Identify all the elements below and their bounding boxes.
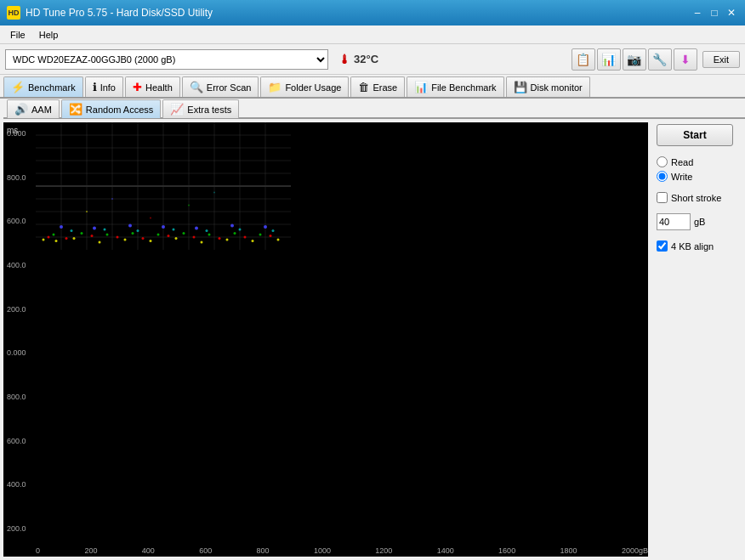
svg-point-19: [55, 240, 58, 242]
svg-point-33: [142, 237, 145, 240]
app-icon: HD: [7, 6, 20, 20]
toolbar-btn-2[interactable]: 📊: [597, 48, 621, 71]
erase-icon: 🗑: [358, 81, 369, 93]
svg-point-40: [81, 232, 83, 235]
svg-point-57: [137, 229, 139, 232]
menu-bar: File Help: [0, 25, 745, 44]
svg-point-26: [226, 239, 229, 241]
disk-monitor-icon: 💾: [514, 81, 527, 93]
nav-tabs: ⚡ Benchmark ℹ Info ✚ Health 🔍 Error Scan…: [0, 75, 745, 99]
chart-grid: [36, 122, 291, 250]
tab-file-benchmark[interactable]: 📊 File Benchmark: [407, 76, 503, 97]
y-axis-labels: 0.000 800.0 600.0 400.0 200.0 0.000 800.…: [7, 122, 26, 540]
svg-point-48: [60, 225, 63, 229]
tab-benchmark[interactable]: ⚡ Benchmark: [3, 76, 83, 97]
svg-point-58: [173, 229, 175, 231]
svg-point-66: [213, 192, 215, 194]
align-checkbox[interactable]: [657, 240, 668, 252]
maximize-button[interactable]: □: [708, 6, 721, 20]
file-benchmark-icon: 📊: [414, 81, 428, 93]
svg-point-35: [193, 236, 196, 239]
svg-point-22: [124, 239, 127, 241]
tab-aam[interactable]: 🔊 AAM: [7, 99, 60, 118]
help-menu[interactable]: Help: [32, 28, 65, 42]
svg-point-60: [239, 229, 242, 231]
toolbar-btn-4[interactable]: 🔧: [648, 48, 672, 71]
toolbar-btn-3[interactable]: 📷: [623, 48, 646, 71]
svg-point-28: [277, 239, 280, 241]
svg-point-54: [264, 225, 267, 229]
read-radio[interactable]: [657, 156, 668, 167]
tab-folder-usage[interactable]: 📁 Folder Usage: [260, 76, 349, 97]
svg-point-21: [99, 241, 101, 244]
svg-point-59: [206, 229, 208, 232]
tab-error-scan[interactable]: 🔍 Error Scan: [182, 76, 259, 97]
svg-point-44: [183, 232, 185, 235]
svg-point-27: [252, 240, 254, 242]
exit-button[interactable]: Exit: [702, 51, 740, 68]
toolbar: WDC WD20EZAZ-00GGJB0 (2000 gB) 🌡 32°C 📋 …: [0, 44, 745, 75]
svg-point-23: [150, 240, 152, 242]
folder-icon: 📁: [268, 81, 282, 93]
toolbar-btn-1[interactable]: 📋: [572, 48, 595, 71]
minimize-button[interactable]: –: [691, 6, 704, 20]
short-stroke-value-input[interactable]: [657, 213, 691, 230]
read-label: Read: [671, 157, 693, 167]
svg-point-65: [111, 198, 113, 200]
svg-point-47: [259, 234, 262, 236]
short-stroke-label[interactable]: Short stroke: [657, 192, 740, 203]
write-radio-label[interactable]: Write: [657, 171, 740, 182]
right-panel: Start Read Write Short stroke gB 4 KB al…: [651, 119, 745, 560]
tab-erase[interactable]: 🗑 Erase: [350, 76, 405, 97]
chart-area: ms 0.000 800.0 600.0 400.0 200.0 0.000 8…: [3, 122, 648, 557]
tab-health[interactable]: ✚ Health: [125, 76, 180, 97]
svg-point-49: [93, 227, 96, 230]
short-stroke-unit: gB: [694, 217, 705, 227]
temperature-icon: 🌡: [338, 53, 350, 66]
svg-point-30: [65, 237, 68, 240]
toolbar-btn-5[interactable]: ⬇: [674, 48, 697, 71]
window-title: HD Tune Pro 5.75 - Hard Disk/SSD Utility: [26, 7, 213, 19]
svg-point-46: [234, 232, 236, 235]
svg-point-36: [219, 237, 221, 240]
read-radio-label[interactable]: Read: [657, 156, 740, 167]
write-radio[interactable]: [657, 171, 668, 182]
tab-extra-tests[interactable]: 📈 Extra tests: [162, 99, 239, 118]
start-button[interactable]: Start: [657, 124, 733, 146]
close-button[interactable]: ✕: [725, 6, 738, 20]
svg-point-45: [208, 234, 211, 236]
read-write-radio-group: Read Write: [657, 156, 740, 182]
drive-selector[interactable]: WDC WD20EZAZ-00GGJB0 (2000 gB): [5, 49, 328, 70]
temperature-value: 32°C: [354, 53, 378, 65]
tab-info[interactable]: ℹ Info: [85, 76, 123, 97]
tab-random-access[interactable]: 🔀 Random Access: [61, 99, 161, 118]
svg-point-24: [175, 237, 178, 240]
svg-point-56: [104, 229, 106, 231]
svg-point-62: [86, 211, 88, 212]
aam-icon: 🔊: [14, 103, 28, 116]
svg-point-20: [73, 237, 76, 240]
svg-point-43: [157, 234, 160, 236]
random-access-icon: 🔀: [69, 103, 82, 116]
svg-point-55: [71, 229, 73, 232]
svg-point-61: [272, 229, 275, 232]
align-check-label[interactable]: 4 KB align: [657, 240, 740, 252]
svg-point-50: [128, 224, 132, 228]
svg-point-32: [117, 236, 119, 239]
health-icon: ✚: [133, 81, 142, 93]
main-content: ms 0.000 800.0 600.0 400.0 200.0 0.000 8…: [0, 119, 745, 560]
svg-point-25: [201, 241, 203, 244]
short-stroke-checkbox[interactable]: [657, 192, 668, 203]
error-scan-icon: 🔍: [190, 81, 203, 93]
tab-disk-monitor[interactable]: 💾 Disk monitor: [506, 76, 590, 97]
file-menu[interactable]: File: [3, 28, 32, 42]
svg-point-39: [53, 234, 55, 236]
svg-point-29: [48, 236, 50, 239]
align-label: 4 KB align: [671, 241, 714, 252]
svg-point-64: [188, 205, 190, 206]
svg-point-52: [195, 227, 198, 230]
benchmark-icon: ⚡: [11, 81, 25, 93]
short-stroke-text: Short stroke: [671, 193, 721, 203]
x-axis-labels: 0 200 400 600 800 1000 1200 1400 1600 18…: [36, 546, 648, 555]
svg-point-63: [150, 218, 151, 219]
